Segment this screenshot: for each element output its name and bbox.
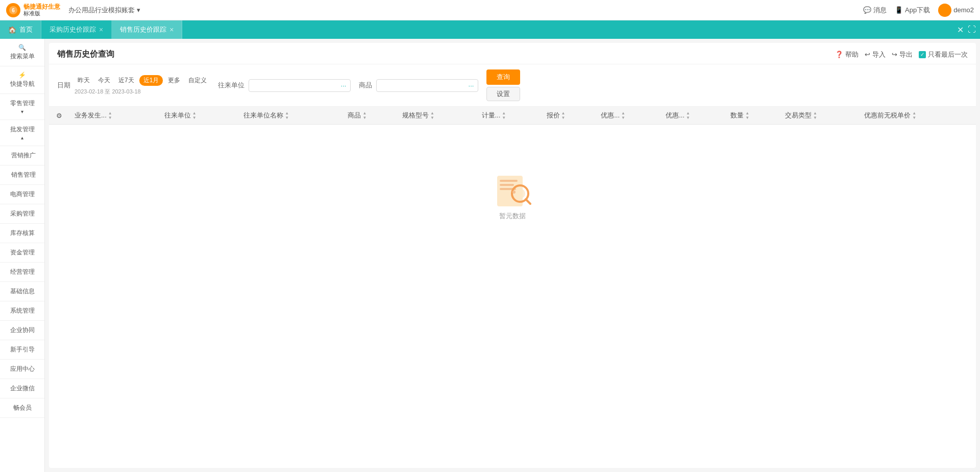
chevron-down-icon: ▾ [21,109,23,114]
col-goods[interactable]: 商品 ▲▼ [342,107,397,125]
help-btn[interactable]: ❓ 帮助 [835,50,859,59]
filter-area: 日期 昨天 今天 近7天 近1月 更多 自定义 2023-02-18 至 202… [49,64,976,107]
sidebar-item-retail[interactable]: 零售管理 ▾ [0,94,44,120]
sidebar-item-ecommerce[interactable]: 电商管理 [0,185,44,204]
maximize-btn[interactable]: ⛶ [968,25,976,34]
svg-point-9 [512,191,516,194]
date-tab-7days[interactable]: 近7天 [115,75,137,86]
setting-btn[interactable]: 设置 [486,87,520,101]
goods-input[interactable]: ··· [376,79,478,92]
svg-rect-3 [500,180,518,182]
col-partner-code[interactable]: 往来单位 ▲▼ [159,107,238,125]
date-tab-today[interactable]: 今天 [95,75,113,86]
col-partner-name[interactable]: 往来单位名称 ▲▼ [238,107,342,125]
quick-nav-icon: ⚡ [18,72,26,79]
empty-illustration [489,166,535,211]
sidebar-item-search[interactable]: 🔍 搜索菜单 [0,39,44,66]
table-area: ⚙ 业务发生... ▲▼ [49,107,976,468]
top-bar-left: 6 畅捷通好生意 标准版 办公用品行业模拟账套 ▾ [6,3,144,17]
sidebar-wholesale-label: 批发管理 [10,125,35,134]
user-avatar[interactable]: demo2 [938,4,974,17]
sidebar-system-label: 系统管理 [10,306,35,315]
sidebar-item-system[interactable]: 系统管理 [0,301,44,321]
tab-home[interactable]: 🏠 首页 [0,20,41,39]
sort-arrows-9: ▲▼ [686,111,690,120]
tab-sales-history[interactable]: 销售历史价跟踪 × [112,20,182,39]
export-label: 导出 [899,50,913,59]
svg-rect-4 [500,184,514,186]
sidebar-search-label: 搜索菜单 [10,52,35,61]
goods-filter-group: 商品 ··· [359,79,478,92]
col-trade-type[interactable]: 交易类型 ▲▼ [780,107,859,125]
col-price[interactable]: 报价 ▲▼ [542,107,596,125]
sidebar-appstore-label: 应用中心 [10,365,35,373]
partner-filter-group: 往来单位 ··· [218,79,351,92]
sidebar-item-wholesale[interactable]: 批发管理 ▴ [0,120,44,146]
date-tabs: 昨天 今天 近7天 近1月 更多 自定义 [75,75,210,86]
close-tab-btn[interactable]: ✕ [957,25,964,35]
last-only-checkbox[interactable] [919,51,926,58]
sort-arrows-2: ▲▼ [192,111,197,120]
sidebar-inventory-label: 库存核算 [10,229,35,238]
svg-text:6: 6 [12,8,15,13]
app-download-label: App下载 [905,6,930,15]
sort-arrows: ▲▼ [108,111,112,120]
sidebar-operations-label: 经营管理 [10,268,35,276]
sort-arrows-3: ▲▼ [285,111,289,120]
sidebar-item-basic[interactable]: 基础信息 [0,282,44,301]
sidebar: 🔍 搜索菜单 ⚡ 快捷导航 零售管理 ▾ 批发管理 ▴ 营销推广 销售管理 电商… [0,39,45,472]
chevron-up-icon: ▴ [21,135,23,140]
sidebar-purchase-label: 采购管理 [10,209,35,218]
date-tab-custom[interactable]: 自定义 [185,75,210,86]
sidebar-item-marketing[interactable]: 营销推广 [0,146,44,166]
sidebar-item-guide[interactable]: 新手引导 [0,340,44,360]
date-tab-more[interactable]: 更多 [165,75,183,86]
import-btn[interactable]: ↩ 导入 [865,50,886,59]
tab-purchase-history[interactable]: 采购历史价跟踪 × [41,20,112,39]
col-discount2[interactable]: 优惠... ▲▼ [660,107,725,125]
sidebar-item-operations[interactable]: 经营管理 [0,263,44,282]
app-download-btn[interactable]: 📱 App下载 [895,6,930,15]
tab-purchase-close[interactable]: × [99,26,103,33]
import-icon: ↩ [865,51,870,58]
search-icon: 🔍 [18,44,26,51]
app-selector[interactable]: 办公用品行业模拟账套 ▾ [64,4,144,17]
chevron-down-icon: ▾ [137,6,140,14]
query-btn[interactable]: 查询 [486,69,520,85]
partner-dots: ··· [341,82,347,89]
sidebar-item-sales[interactable]: 销售管理 [0,166,44,185]
sidebar-item-member[interactable]: 畅会员 [0,398,44,418]
page-actions: ❓ 帮助 ↩ 导入 ↪ 导出 只看最后一次 [835,50,968,59]
export-btn[interactable]: ↪ 导出 [892,50,913,59]
date-range-display: 2023-02-18 至 2023-03-18 [75,88,141,96]
sidebar-wecom-label: 企业微信 [10,384,35,393]
date-tab-yesterday[interactable]: 昨天 [75,75,93,86]
sidebar-item-quick-nav[interactable]: ⚡ 快捷导航 [0,66,44,94]
message-btn[interactable]: 💬 消息 [863,6,887,15]
col-spec[interactable]: 规格型号 ▲▼ [397,107,476,125]
last-only-checkbox-label[interactable]: 只看最后一次 [919,50,968,59]
sidebar-item-purchase[interactable]: 采购管理 [0,204,44,224]
home-icon: 🏠 [8,26,16,34]
col-pretax-price[interactable]: 优惠前无税单价 ▲▼ [859,107,976,125]
col-quantity[interactable]: 数量 ▲▼ [725,107,780,125]
col-unit[interactable]: 计量... ▲▼ [477,107,542,125]
message-label: 消息 [873,6,887,15]
settings-icon[interactable]: ⚙ [56,112,62,120]
sort-arrows-5: ▲▼ [430,111,434,120]
sidebar-item-wecom[interactable]: 企业微信 [0,379,44,398]
sidebar-item-finance[interactable]: 资金管理 [0,243,44,263]
col-settings[interactable]: ⚙ [49,107,69,125]
tab-sales-close[interactable]: × [169,26,174,33]
goods-label: 商品 [359,81,372,90]
page-header: 销售历史价查询 ❓ 帮助 ↩ 导入 ↪ 导出 [49,43,976,64]
col-discount1[interactable]: 优惠... ▲▼ [596,107,660,125]
date-tab-1month[interactable]: 近1月 [139,75,163,86]
main-layout: 🔍 搜索菜单 ⚡ 快捷导航 零售管理 ▾ 批发管理 ▴ 营销推广 销售管理 电商… [0,39,980,472]
content-area: 销售历史价查询 ❓ 帮助 ↩ 导入 ↪ 导出 [45,39,980,472]
partner-input[interactable]: ··· [249,79,351,92]
sidebar-item-enterprise[interactable]: 企业协同 [0,321,44,340]
col-biz-date[interactable]: 业务发生... ▲▼ [69,107,159,125]
sidebar-item-appstore[interactable]: 应用中心 [0,360,44,379]
sidebar-item-inventory[interactable]: 库存核算 [0,224,44,243]
